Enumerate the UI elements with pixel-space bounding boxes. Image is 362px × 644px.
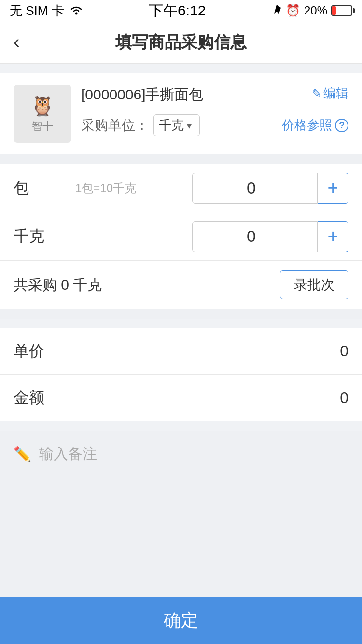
- bag-quantity-input[interactable]: [192, 173, 318, 204]
- unit-label: 采购单位：: [81, 116, 149, 135]
- kg-label: 千克: [14, 226, 71, 247]
- remark-section[interactable]: ✏️ 输入备注: [0, 431, 362, 477]
- unit-price-value: 0: [340, 342, 348, 360]
- help-icon: ?: [335, 119, 348, 132]
- pencil-icon: ✏️: [14, 446, 31, 462]
- separator-1: [0, 154, 362, 164]
- product-unit-row: 采购单位： 千克 ▾ 价格参照 ?: [81, 114, 348, 136]
- edit-icon: ✎: [312, 87, 321, 100]
- price-section: 单价 0 金额 0: [0, 328, 362, 421]
- record-batch-button[interactable]: 录批次: [280, 270, 348, 299]
- edit-link[interactable]: ✎ 编辑: [312, 85, 348, 102]
- back-button[interactable]: ‹: [14, 32, 20, 53]
- product-image: 🦉 智十: [14, 85, 71, 143]
- bag-plus-button[interactable]: +: [318, 173, 348, 204]
- unit-price-row: 单价 0: [0, 328, 362, 375]
- location-icon: [271, 4, 282, 17]
- wifi-icon: [69, 3, 84, 18]
- confirm-label: 确定: [164, 609, 198, 632]
- confirm-button[interactable]: 确定: [0, 597, 362, 644]
- bag-label: 包: [14, 178, 71, 199]
- bag-input-row: 包 1包=10千克 +: [0, 164, 362, 212]
- kg-plus-button[interactable]: +: [318, 221, 348, 252]
- status-right: ⏰ 20%: [271, 4, 352, 17]
- product-name: [0000006]手撕面包: [81, 85, 312, 105]
- product-img-label: 智十: [32, 119, 53, 134]
- svg-point-0: [75, 12, 77, 14]
- bag-sublabel: 1包=10千克: [75, 181, 136, 196]
- unit-select[interactable]: 千克 ▾: [153, 114, 200, 136]
- separator-2: [0, 309, 362, 319]
- status-time: 下午6:12: [149, 1, 206, 21]
- summary-row: 共采购 0 千克 录批次: [0, 261, 362, 309]
- kg-input-row: 千克 +: [0, 212, 362, 261]
- bag-input-group: +: [192, 173, 348, 204]
- alarm-icon: ⏰: [286, 4, 300, 17]
- unit-price-label: 单价: [14, 341, 44, 362]
- edit-label: 编辑: [323, 85, 348, 102]
- battery-icon: [331, 5, 352, 16]
- status-bar: 无 SIM 卡 下午6:12 ⏰ 20%: [0, 0, 362, 21]
- price-ref-label: 价格参照: [282, 117, 332, 134]
- price-ref-button[interactable]: 价格参照 ?: [282, 117, 348, 134]
- product-owl-icon: 🦉: [30, 95, 55, 117]
- input-section: 包 1包=10千克 + 千克 + 共采购 0 千克 录批次: [0, 164, 362, 309]
- product-name-row: [0000006]手撕面包 ✎ 编辑: [81, 85, 348, 105]
- summary-text: 共采购 0 千克: [14, 275, 102, 295]
- remark-placeholder: 输入备注: [39, 444, 97, 464]
- status-left: 无 SIM 卡: [10, 2, 84, 19]
- nav-bar: ‹ 填写商品采购信息: [0, 21, 362, 64]
- page-title: 填写商品采购信息: [115, 31, 247, 54]
- product-card: 🦉 智十 [0000006]手撕面包 ✎ 编辑 采购单位： 千克 ▾: [0, 73, 362, 154]
- chevron-down-icon: ▾: [187, 120, 192, 131]
- amount-value: 0: [340, 389, 348, 407]
- amount-label: 金额: [14, 387, 44, 408]
- battery-percent: 20%: [304, 4, 327, 17]
- kg-quantity-input[interactable]: [192, 221, 318, 252]
- product-info: [0000006]手撕面包 ✎ 编辑 采购单位： 千克 ▾ 价格参照 ?: [81, 85, 348, 136]
- sim-label: 无 SIM 卡: [10, 2, 64, 19]
- amount-row: 金额 0: [0, 375, 362, 421]
- kg-input-group: +: [192, 221, 348, 252]
- unit-value: 千克: [159, 117, 184, 134]
